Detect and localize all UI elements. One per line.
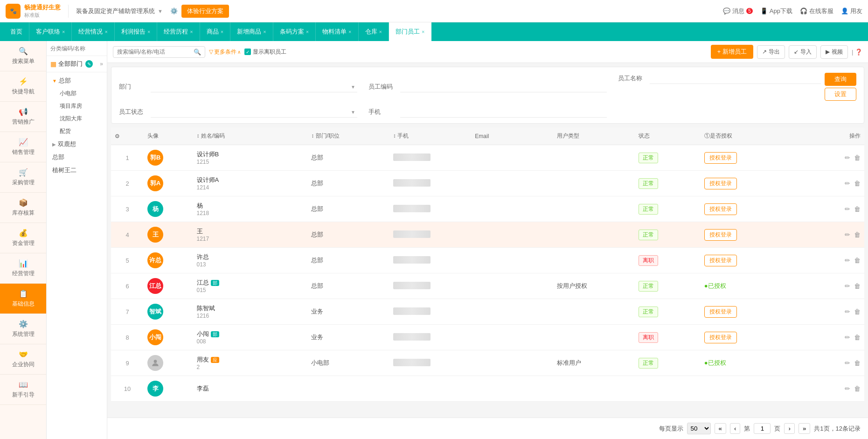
status-select[interactable]	[151, 106, 357, 118]
auth-btn[interactable]: 授权登录	[704, 229, 737, 241]
edit-icon[interactable]: ✏	[845, 334, 850, 341]
dept-item-peihuo[interactable]: 配货	[50, 125, 107, 138]
col-dept[interactable]: ↕ 部门/职位	[307, 127, 389, 145]
auth-btn[interactable]: 授权登录	[704, 178, 737, 189]
tab-profit[interactable]: 利润报告×	[115, 22, 157, 41]
edit-icon[interactable]: ✏	[845, 385, 850, 392]
edit-icon[interactable]: ✏	[845, 282, 850, 290]
import-btn[interactable]: ↙ 导入	[789, 45, 817, 59]
online-service-btn[interactable]: 🎧 在线客服	[800, 7, 833, 15]
delete-icon[interactable]: 🗑	[854, 205, 861, 213]
search-icon[interactable]: 🔍	[194, 49, 201, 56]
row-auth[interactable]	[701, 376, 799, 402]
prev-page-btn[interactable]: ‹	[730, 423, 740, 434]
user-btn[interactable]: 👤 用友	[841, 7, 862, 15]
left-nav-cooperation[interactable]: 🤝企业协同	[0, 344, 46, 375]
search-input[interactable]	[117, 49, 192, 55]
export-btn[interactable]: ↗ 导出	[757, 45, 785, 59]
left-nav-shortcut[interactable]: ⚡快捷导航	[0, 71, 46, 102]
delete-icon[interactable]: 🗑	[854, 359, 861, 367]
dropdown-arrow[interactable]: ▼	[158, 8, 163, 14]
phone-input[interactable]	[400, 106, 607, 118]
left-nav-guide[interactable]: 📖新手引导	[0, 375, 46, 405]
try-button[interactable]: 体验行业方案	[181, 5, 229, 18]
delete-icon[interactable]: 🗑	[854, 334, 861, 341]
edit-icon[interactable]: ✏	[845, 359, 850, 367]
row-auth[interactable]: 授权登录	[701, 299, 799, 325]
left-nav-system[interactable]: ⚙️系统管理	[0, 314, 46, 344]
row-auth[interactable]: 授权登录	[701, 248, 799, 273]
sidebar-search-input[interactable]	[50, 45, 107, 52]
left-nav-search[interactable]: 🔍搜索菜单	[0, 41, 46, 71]
tab-warehouse[interactable]: 仓库×	[359, 22, 389, 41]
col-phone[interactable]: ↕ 手机	[389, 127, 472, 145]
set-btn[interactable]: 设置	[825, 88, 856, 101]
auth-btn[interactable]: 授权登录	[704, 255, 737, 266]
all-dept-header[interactable]: ▦ 全部部门 ✎ »	[47, 56, 107, 72]
edit-icon[interactable]: ✏	[845, 180, 850, 187]
edit-icon[interactable]: ✏	[845, 257, 850, 264]
per-page-select[interactable]: 50 100	[687, 423, 711, 434]
empcode-input[interactable]	[400, 81, 607, 92]
edit-icon[interactable]: ✏	[845, 205, 850, 213]
auth-btn[interactable]: 授权登录	[704, 306, 737, 318]
left-nav-purchase[interactable]: 🛒采购管理	[0, 162, 46, 193]
left-nav-basic[interactable]: 📋基础信息	[0, 284, 46, 314]
left-nav-management[interactable]: 📊经营管理	[0, 253, 46, 284]
dept-item-zongbu2[interactable]: 总部	[47, 151, 107, 164]
delete-icon[interactable]: 🗑	[854, 231, 861, 238]
row-auth[interactable]: 授权登录	[701, 222, 799, 248]
page-input[interactable]	[754, 423, 771, 434]
row-auth[interactable]: 授权登录	[701, 196, 799, 222]
edit-icon[interactable]: ✏	[845, 231, 850, 238]
row-auth[interactable]: 授权登录	[701, 325, 799, 350]
dept-item-shuanglu[interactable]: ▶ 双鹿想	[47, 138, 107, 151]
tab-employee[interactable]: 部门员工×	[389, 22, 431, 41]
video-btn[interactable]: ▶ 视频	[820, 45, 848, 59]
add-employee-btn[interactable]: + 新增员工	[711, 45, 753, 59]
delete-icon[interactable]: 🗑	[854, 385, 861, 392]
col-settings[interactable]: ⚙	[111, 127, 144, 145]
dept-tree-item-zongbu[interactable]: ▼ 总部	[47, 74, 107, 87]
auth-btn[interactable]: 授权登录	[704, 152, 737, 164]
auth-btn[interactable]: 授权登录	[704, 203, 737, 215]
tab-home[interactable]: 首页	[4, 22, 29, 41]
delete-icon[interactable]: 🗑	[854, 257, 861, 264]
row-auth[interactable]: 授权登录	[701, 171, 799, 196]
edit-icon[interactable]: ✏	[845, 154, 850, 161]
sidebar-collapse-btn[interactable]: »	[100, 61, 103, 67]
next-page-btn[interactable]: ›	[784, 423, 794, 434]
settings-icon[interactable]: ⚙️	[170, 7, 178, 14]
app-download-btn[interactable]: 📱 App下载	[760, 7, 792, 15]
dept-edit-icon[interactable]: ✎	[85, 60, 93, 68]
show-inactive-checkbox[interactable]: ✓	[244, 49, 251, 55]
auth-btn[interactable]: 授权登录	[704, 332, 737, 343]
tab-barcode[interactable]: 条码方案×	[273, 22, 316, 41]
dept-item-xiaodian[interactable]: 小电部	[50, 87, 107, 100]
more-conditions-btn[interactable]: ▽ 更多条件 ∧	[209, 48, 241, 56]
dept-item-shenyang[interactable]: 沈阳大库	[50, 112, 107, 125]
edit-icon[interactable]: ✏	[845, 308, 850, 315]
first-page-btn[interactable]: «	[715, 423, 726, 434]
help-btn[interactable]: | ❓	[852, 49, 862, 56]
dept-item-zhishu[interactable]: 植树王二	[47, 164, 107, 177]
left-nav-finance[interactable]: 💰资金管理	[0, 223, 46, 253]
left-nav-marketing[interactable]: 📢营销推广	[0, 102, 46, 132]
left-nav-sales[interactable]: 📈销售管理	[0, 132, 46, 162]
tab-add-goods[interactable]: 新增商品×	[230, 22, 273, 41]
delete-icon[interactable]: 🗑	[854, 180, 861, 187]
delete-icon[interactable]: 🗑	[854, 308, 861, 315]
delete-icon[interactable]: 🗑	[854, 154, 861, 161]
tab-journey[interactable]: 经营历程×	[157, 22, 200, 41]
col-name-code[interactable]: ↕ 姓名/编码	[193, 127, 308, 145]
left-nav-inventory[interactable]: 📦库存核算	[0, 193, 46, 223]
row-auth[interactable]: 授权登录	[701, 145, 799, 171]
query-btn[interactable]: 查询	[825, 73, 856, 86]
tab-goods[interactable]: 商品×	[200, 22, 230, 41]
last-page-btn[interactable]: »	[799, 423, 810, 434]
tab-bom[interactable]: 物料清单×	[316, 22, 358, 41]
dept-item-project[interactable]: 项目库房	[50, 100, 107, 112]
show-inactive-toggle[interactable]: ✓ 显示离职员工	[244, 48, 286, 56]
tab-customer[interactable]: 客户联络×	[29, 22, 72, 41]
empname-input[interactable]	[650, 73, 821, 84]
